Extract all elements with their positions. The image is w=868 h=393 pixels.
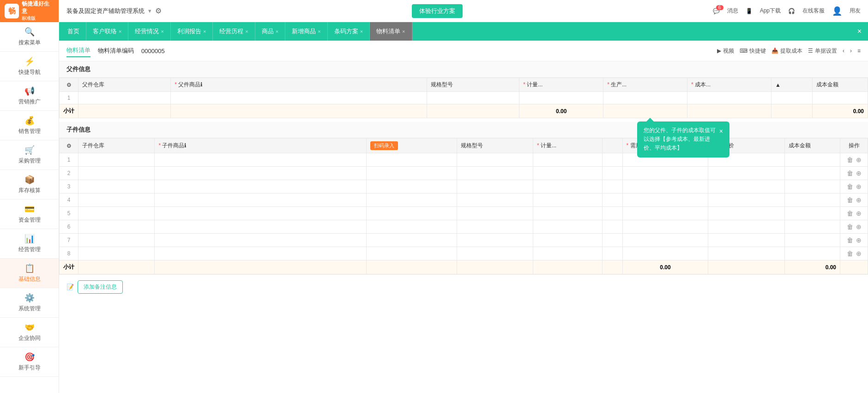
tab-history[interactable]: 经营历程 × bbox=[213, 22, 255, 41]
tab-business-status-close[interactable]: × bbox=[161, 29, 163, 34]
tab-history-close[interactable]: × bbox=[245, 29, 248, 34]
child-row-5-goods[interactable] bbox=[155, 207, 366, 220]
parent-row-1-spec[interactable] bbox=[427, 92, 519, 104]
child-row-6-copy-icon[interactable]: ⊕ bbox=[856, 223, 862, 230]
child-row-2-unit[interactable] bbox=[533, 167, 603, 180]
child-row-5-spec[interactable] bbox=[457, 207, 533, 220]
sidebar-item-operations[interactable]: 📊 经营管理 bbox=[0, 229, 59, 259]
nav-prev-icon[interactable]: ‹ bbox=[843, 48, 844, 54]
child-col-settings[interactable]: ⚙ bbox=[60, 139, 78, 153]
dropdown-arrow-icon[interactable]: ▾ bbox=[148, 7, 151, 14]
child-row-4-delete-icon[interactable]: 🗑 bbox=[847, 196, 853, 204]
nav-menu-icon[interactable]: ≡ bbox=[857, 48, 861, 54]
child-row-7-unit-cost[interactable] bbox=[708, 234, 785, 247]
tooltip-close-button[interactable]: × bbox=[719, 126, 723, 136]
child-row-2-unit-cost[interactable] bbox=[708, 167, 785, 180]
sub-tab-bom-code[interactable]: 物料清单编码 bbox=[98, 45, 134, 57]
child-row-7-copy-icon[interactable]: ⊕ bbox=[856, 236, 862, 244]
child-row-4-goods[interactable] bbox=[155, 193, 366, 207]
child-row-4-unit[interactable] bbox=[533, 193, 603, 207]
service-icon[interactable]: 🎧 bbox=[788, 8, 795, 14]
child-row-6-spec[interactable] bbox=[457, 220, 533, 234]
trial-button[interactable]: 体验行业方案 bbox=[412, 4, 463, 18]
child-row-8-goods[interactable] bbox=[155, 247, 366, 260]
child-row-1-copy-icon[interactable]: ⊕ bbox=[856, 156, 862, 163]
child-row-4-warehouse[interactable] bbox=[78, 193, 155, 207]
sidebar-item-inventory[interactable]: 📦 库存核算 bbox=[0, 170, 59, 200]
child-row-8-unit-cost[interactable] bbox=[708, 247, 785, 260]
child-row-1-goods[interactable] bbox=[155, 153, 366, 167]
action-video[interactable]: ▶ 视频 bbox=[717, 47, 734, 55]
child-row-7-delete-icon[interactable]: 🗑 bbox=[847, 236, 853, 244]
user-avatar-icon[interactable]: 👤 bbox=[832, 6, 842, 16]
parent-row-1-unit[interactable] bbox=[519, 92, 603, 104]
child-row-7-goods[interactable] bbox=[155, 234, 366, 247]
child-col-scan[interactable]: 扫码录入 bbox=[366, 139, 457, 153]
child-row-4-unit-cost[interactable] bbox=[708, 193, 785, 207]
child-row-5-delete-icon[interactable]: 🗑 bbox=[847, 210, 853, 217]
service-label[interactable]: 在线客服 bbox=[802, 7, 825, 15]
tab-customer[interactable]: 客户联络 × bbox=[86, 22, 128, 41]
sub-tab-bom-list[interactable]: 物料清单 bbox=[66, 44, 90, 57]
child-row-3-spec[interactable] bbox=[457, 180, 533, 193]
tab-business-status[interactable]: 经营情况 × bbox=[128, 22, 170, 41]
settings-icon[interactable]: ⚙ bbox=[155, 6, 162, 15]
child-row-2-spec[interactable] bbox=[457, 167, 533, 180]
child-row-1-spec[interactable] bbox=[457, 153, 533, 167]
child-row-3-copy-icon[interactable]: ⊕ bbox=[856, 183, 862, 190]
child-row-6-goods[interactable] bbox=[155, 220, 366, 234]
child-row-8-copy-icon[interactable]: ⊕ bbox=[856, 250, 862, 257]
tab-customer-close[interactable]: × bbox=[119, 29, 121, 34]
tab-bom[interactable]: 物料清单 × bbox=[370, 22, 412, 41]
child-row-6-unit-cost[interactable] bbox=[708, 220, 785, 234]
scan-input-button[interactable]: 扫码录入 bbox=[370, 141, 398, 150]
child-row-4-copy-icon[interactable]: ⊕ bbox=[856, 196, 862, 204]
child-row-5-copy-icon[interactable]: ⊕ bbox=[856, 210, 862, 217]
message-icon[interactable]: 💬 6 bbox=[713, 8, 720, 14]
app-download-label[interactable]: App下载 bbox=[760, 7, 781, 15]
sidebar-item-system[interactable]: ⚙️ 系统管理 bbox=[0, 288, 59, 318]
child-row-3-warehouse[interactable] bbox=[78, 180, 155, 193]
child-row-5-unit[interactable] bbox=[533, 207, 603, 220]
app-download-icon[interactable]: 📱 bbox=[746, 8, 753, 14]
action-shortcut[interactable]: ⌨ 快捷键 bbox=[740, 47, 766, 55]
tab-barcode[interactable]: 条码方案 × bbox=[328, 22, 370, 41]
child-row-4-qty[interactable] bbox=[622, 193, 708, 207]
sidebar-item-enterprise[interactable]: 🤝 企业协同 bbox=[0, 318, 59, 347]
child-row-1-warehouse[interactable] bbox=[78, 153, 155, 167]
sidebar-item-guide[interactable]: 🎯 新手引导 bbox=[0, 347, 59, 377]
tab-barcode-close[interactable]: × bbox=[360, 29, 363, 34]
child-row-4-spec[interactable] bbox=[457, 193, 533, 207]
child-row-8-spec[interactable] bbox=[457, 247, 533, 260]
tab-goods[interactable]: 商品 × bbox=[255, 22, 285, 41]
sidebar-item-finance[interactable]: 💳 资金管理 bbox=[0, 200, 59, 229]
child-row-2-warehouse[interactable] bbox=[78, 167, 155, 180]
child-row-3-unit[interactable] bbox=[533, 180, 603, 193]
sidebar-item-search[interactable]: 🔍 搜索菜单 bbox=[0, 22, 59, 52]
child-row-2-qty[interactable] bbox=[622, 167, 708, 180]
child-row-7-spec[interactable] bbox=[457, 234, 533, 247]
parent-row-1-cost[interactable] bbox=[687, 92, 772, 104]
tab-new-goods-close[interactable]: × bbox=[318, 29, 320, 34]
tab-profit-close[interactable]: × bbox=[203, 29, 206, 34]
child-row-7-unit[interactable] bbox=[533, 234, 603, 247]
tab-profit[interactable]: 利润报告 × bbox=[171, 22, 213, 41]
add-note-button[interactable]: 添加备注信息 bbox=[78, 280, 123, 294]
child-row-7-warehouse[interactable] bbox=[78, 234, 155, 247]
child-row-8-unit[interactable] bbox=[533, 247, 603, 260]
child-row-8-delete-icon[interactable]: 🗑 bbox=[847, 250, 853, 257]
child-row-7-qty[interactable] bbox=[622, 234, 708, 247]
parent-row-1-warehouse[interactable] bbox=[78, 92, 171, 104]
action-doc-settings[interactable]: ☰ 单据设置 bbox=[808, 47, 837, 55]
parent-row-1-goods[interactable] bbox=[171, 92, 427, 104]
sidebar-item-marketing[interactable]: 📢 营销推广 bbox=[0, 81, 59, 111]
action-extract-cost[interactable]: 📥 提取成本 bbox=[772, 47, 802, 55]
child-row-6-warehouse[interactable] bbox=[78, 220, 155, 234]
sidebar-item-purchase[interactable]: 🛒 采购管理 bbox=[0, 140, 59, 170]
tab-new-goods[interactable]: 新增商品 × bbox=[285, 22, 327, 41]
child-row-5-warehouse[interactable] bbox=[78, 207, 155, 220]
child-row-5-unit-cost[interactable] bbox=[708, 207, 785, 220]
tab-goods-close[interactable]: × bbox=[276, 29, 278, 34]
child-row-5-qty[interactable] bbox=[622, 207, 708, 220]
child-row-1-unit[interactable] bbox=[533, 153, 603, 167]
